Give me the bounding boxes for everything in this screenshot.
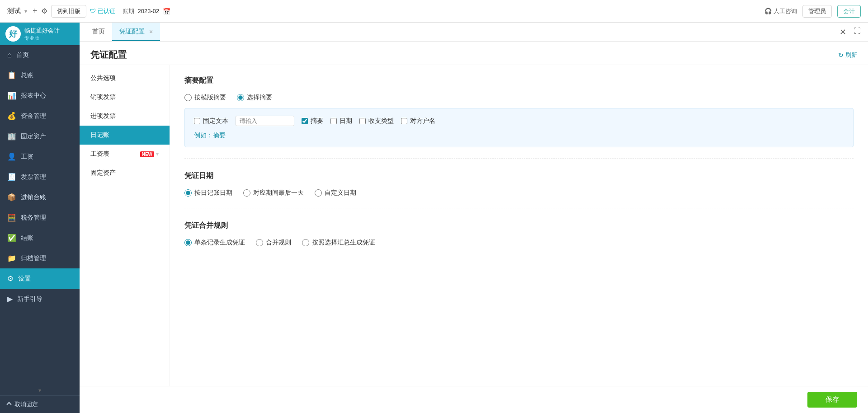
left-nav-sales-invoice[interactable]: 销项发票 [80,88,170,107]
sidebar-label: 设置 [18,275,31,283]
assets-icon: 🏢 [7,132,16,141]
consult-btn[interactable]: 🎧 人工咨询 [764,7,797,15]
add-icon[interactable]: + [33,6,38,16]
expand-icon[interactable]: ⛶ [852,25,863,39]
radio-template-summary[interactable]: 按模版摘要 [184,94,226,102]
save-button[interactable]: 保存 [807,392,857,408]
sidebar-item-assets[interactable]: 🏢 固定资产 [0,126,80,146]
certified-badge: 🛡 已认证 [90,7,115,15]
refresh-btn[interactable]: ↻ 刷新 [838,51,857,59]
summary-title: 摘要配置 [184,76,854,85]
cancel-fixed-btn[interactable]: 取消固定 [0,395,80,413]
checkbox-fixed-text[interactable]: 固定文本 [194,117,228,125]
sidebar-item-settle[interactable]: ✅ 结账 [0,228,80,248]
tax-icon: 🧮 [7,213,16,222]
sidebar-label: 报表中心 [21,92,46,100]
radio-merge-rule[interactable]: 合并规则 [256,239,291,247]
tab-close-icon[interactable]: × [149,28,153,35]
sidebar-label: 税务管理 [21,214,46,222]
sidebar-label: 固定资产 [21,132,46,141]
sidebar-label: 结账 [21,234,33,242]
new-badge: NEW [140,151,154,157]
example-text: 例如：摘要 [194,131,844,140]
radio-journal-date[interactable]: 按日记账日期 [184,189,232,197]
sidebar-item-tax[interactable]: 🧮 税务管理 [0,207,80,228]
invoice-icon: 🧾 [7,173,16,181]
sidebar-item-capital[interactable]: 💰 资金管理 [0,106,80,126]
capital-icon: 💰 [7,112,16,120]
tab-bar: 首页 凭证配置 × ✕ ⛶ [80,23,868,42]
dropdown-icon[interactable]: ▾ [24,8,27,14]
sidebar-label: 总账 [21,71,33,80]
left-nav: 公共选项 销项发票 进项发票 日记账 工资表 NEW ▾ [80,65,170,386]
checkbox-counterpart[interactable]: 对方户名 [401,117,435,125]
radio-custom-date[interactable]: 自定义日期 [315,189,356,197]
page-header: 凭证配置 ↻ 刷新 [80,42,868,65]
sidebar-item-archive[interactable]: 📁 归档管理 [0,248,80,268]
radio-period-last-day[interactable]: 对应期间最后一天 [243,189,304,197]
cancel-fixed-label: 取消固定 [14,400,38,408]
fixed-text-input[interactable] [236,116,294,126]
ledger-icon: 📋 [7,71,16,80]
switch-old-btn[interactable]: 切到旧版 [51,5,86,18]
sidebar-item-reports[interactable]: 📊 报表中心 [0,85,80,106]
left-nav-payroll[interactable]: 工资表 NEW ▾ [80,145,170,164]
tab-home[interactable]: 首页 [85,23,112,41]
settle-icon: ✅ [7,234,16,242]
sidebar-label: 资金管理 [21,112,46,120]
config-area: 摘要配置 按模版摘要 选择摘要 [170,65,868,386]
sidebar-label: 进销台账 [21,193,46,202]
period-label: 账期 [123,7,134,15]
left-nav-fixed-assets[interactable]: 固定资产 [80,164,170,183]
checkbox-date[interactable]: 日期 [330,117,352,125]
page-footer: 保存 [80,386,868,413]
sidebar-item-invoice[interactable]: 🧾 发票管理 [0,167,80,187]
calendar-icon[interactable]: 📅 [163,8,170,15]
checkbox-summary[interactable]: 摘要 [302,117,323,125]
logo-text: 畅捷通好会计 [24,27,60,35]
refresh-icon: ↻ [838,52,844,59]
sidebar-logo: 好 畅捷通好会计 专业版 [0,23,80,45]
archive-icon: 📁 [7,254,16,263]
radio-single-record[interactable]: 单条记录生成凭证 [184,239,245,247]
left-nav-public[interactable]: 公共选项 [80,69,170,88]
left-nav-purchase-invoice[interactable]: 进项发票 [80,107,170,126]
merge-title: 凭证合并规则 [184,221,854,230]
period-value[interactable]: 2023-02 [138,8,160,14]
checkbox-income-type[interactable]: 收支类型 [359,117,394,125]
sidebar-item-ledger[interactable]: 📋 总账 [0,65,80,85]
settings-sidebar-icon: ⚙ [7,274,14,283]
left-nav-journal[interactable]: 日记账 [80,126,170,145]
page-title: 凭证配置 [90,49,127,61]
guide-icon: ▶ [7,295,13,303]
accountant-btn[interactable]: 会计 [837,5,861,18]
sidebar-label: 首页 [16,51,29,59]
merge-section: 凭证合并规则 单条记录生成凭证 合并规则 按照选择汇总生成凭证 [184,221,854,258]
company-name: 测试 [7,7,21,15]
sidebar-item-salary[interactable]: 👤 工资 [0,146,80,167]
sidebar-label: 归档管理 [21,254,46,263]
salary-icon: 👤 [7,152,16,161]
admin-btn[interactable]: 管理员 [802,5,832,18]
home-icon: ⌂ [7,51,12,59]
summary-section: 摘要配置 按模版摘要 选择摘要 [184,76,854,159]
date-title: 凭证日期 [184,171,854,181]
logo-sub: 专业版 [24,35,60,42]
sidebar-item-sales[interactable]: 📦 进销台账 [0,187,80,207]
sidebar-item-home[interactable]: ⌂ 首页 [0,45,80,65]
sidebar-item-settings[interactable]: ⚙ 设置 [0,268,80,289]
sales-icon: 📦 [7,193,16,202]
radio-select-summary-merge[interactable]: 按照选择汇总生成凭证 [302,239,375,247]
summary-config-box: 固定文本 摘要 日期 [184,108,854,147]
reports-icon: 📊 [7,91,16,100]
radio-select-summary[interactable]: 选择摘要 [237,94,272,102]
sidebar-label: 新手引导 [17,295,42,303]
settings-icon[interactable]: ⚙ [41,7,47,15]
sidebar-item-guide[interactable]: ▶ 新手引导 [0,289,80,309]
date-section: 凭证日期 按日记账日期 对应期间最后一天 自定义日期 [184,171,854,208]
close-window-icon[interactable]: ✕ [838,25,848,39]
sidebar-label: 工资 [21,153,33,161]
tab-voucher-config[interactable]: 凭证配置 × [112,23,160,41]
sidebar-label: 发票管理 [21,173,46,181]
